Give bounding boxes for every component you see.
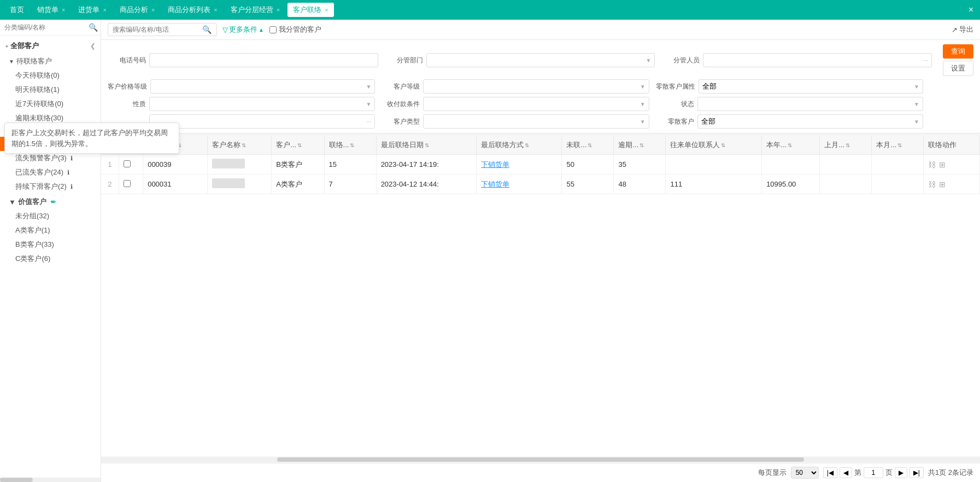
- my-customers-checkbox[interactable]: [269, 26, 277, 33]
- contact-sort-icon: ⇅: [350, 142, 354, 148]
- name-col-header[interactable]: 客户名称⇅: [207, 136, 272, 155]
- sidebar-a-class[interactable]: A类客户(1): [0, 223, 101, 237]
- sidebar-search-input[interactable]: [4, 24, 86, 31]
- nav-purchase-order[interactable]: 进货单 ×: [73, 3, 112, 17]
- sidebar-value-customer-group[interactable]: ▼ 价值客户 ✏: [0, 194, 101, 209]
- main-search-box[interactable]: 🔍: [108, 23, 217, 36]
- close-customer-segmentation-icon[interactable]: ×: [277, 7, 280, 13]
- sidebar-7days-pending[interactable]: 近7天待联络(0): [0, 97, 101, 111]
- edit-icon[interactable]: ✏: [51, 199, 56, 206]
- more-input[interactable]: ···: [149, 114, 375, 129]
- nav-product-analysis[interactable]: 商品分析 ×: [114, 3, 160, 17]
- row2-type: A类客户: [272, 175, 324, 194]
- nav-home[interactable]: 首页: [4, 3, 30, 17]
- filter-row-3: 性质 ▼ 收付款条件 ▼ 状态 ▼: [108, 97, 973, 111]
- main-search-icon[interactable]: 🔍: [202, 25, 212, 34]
- manager-input[interactable]: ···: [703, 53, 932, 67]
- manager-more-icon[interactable]: ···: [923, 57, 928, 63]
- per-page-select[interactable]: 50 100 200: [791, 467, 819, 479]
- row1-grid-icon[interactable]: ⊞: [939, 160, 946, 169]
- customer-table: ⚙ 客户编码⇅ 客户名称⇅ 客户...⇅ 联络...⇅ 最后联络日期⇅ 最后联络…: [101, 136, 980, 194]
- query-btn[interactable]: 查询: [943, 44, 973, 59]
- row2-link-icon[interactable]: ⛓: [928, 180, 936, 189]
- row1-checkbox[interactable]: [119, 155, 143, 175]
- nav-sales-order[interactable]: 销货单 ×: [32, 3, 71, 17]
- next-page-btn[interactable]: ▶: [895, 467, 907, 478]
- sidebar-today-pending[interactable]: 今天待联络(0): [0, 68, 101, 83]
- sidebar-pending-contact-group[interactable]: ▼ 待联络客户: [0, 54, 101, 68]
- sidebar-search-icon[interactable]: 🔍: [89, 23, 98, 32]
- sidebar-tomorrow-pending[interactable]: 明天待联络(1): [0, 83, 101, 97]
- row2-select[interactable]: [124, 180, 131, 187]
- row2-idx: 2: [101, 175, 119, 194]
- nav-customer-segmentation[interactable]: 客户分层经营 ×: [225, 3, 285, 17]
- export-btn[interactable]: ↗ 导出: [952, 25, 973, 34]
- sidebar-already-lost[interactable]: 已流失客户(24) ℹ: [0, 165, 101, 179]
- more-conditions-btn[interactable]: ▽ 更多条件 ▲: [222, 25, 264, 34]
- customer-level-input[interactable]: ▼: [423, 79, 649, 94]
- nav-customer-contact[interactable]: 客户联络 ×: [287, 3, 333, 17]
- sidebar-continuous-down[interactable]: 持续下滑客户(2) ℹ: [0, 179, 101, 194]
- close-product-analysis-icon[interactable]: ×: [151, 7, 155, 13]
- sidebar-all-customers[interactable]: ▪ 全部客户 ❮: [0, 38, 101, 54]
- last-contact-method-col-header[interactable]: 最后联络方式⇅: [477, 136, 562, 155]
- overdue-col-header[interactable]: 逾期...⇅: [614, 136, 666, 155]
- this-month-col-header[interactable]: 本月...⇅: [872, 136, 924, 155]
- price-level-input[interactable]: ▼: [150, 79, 375, 94]
- customer-type-input[interactable]: ▼: [423, 114, 649, 129]
- close-purchase-order-icon[interactable]: ×: [103, 7, 106, 13]
- sidebar-b-class[interactable]: B类客户(33): [0, 237, 101, 252]
- horizontal-scrollbar[interactable]: [101, 457, 980, 462]
- customer-level-label: 客户等级: [382, 82, 420, 91]
- sidebar-scroll[interactable]: [0, 478, 101, 482]
- contacts-col-header[interactable]: 往来单位联系人⇅: [666, 136, 762, 155]
- last-contact-date-col-header[interactable]: 最后联络日期⇅: [376, 136, 476, 155]
- scatter-attr-input[interactable]: 全部 ▼: [699, 79, 923, 94]
- close-sales-order-icon[interactable]: ×: [62, 7, 65, 13]
- my-customers-checkbox-area[interactable]: 我分管的客户: [269, 25, 321, 34]
- row2-not-contacted: 55: [562, 175, 614, 194]
- row1-last-method[interactable]: 下销货单: [477, 155, 562, 175]
- nature-input[interactable]: ▼: [149, 97, 375, 111]
- close-customer-contact-icon[interactable]: ×: [325, 7, 328, 13]
- payment-input[interactable]: ▼: [423, 97, 649, 111]
- table-row: 2 000031 A类客户 7 2023-04-12 14:44: 下销货单 5…: [101, 175, 980, 194]
- sidebar-c-class[interactable]: C类客户(6): [0, 252, 101, 266]
- scatter-attr-field: 零散客户属性 全部 ▼: [656, 79, 923, 94]
- row1-select[interactable]: [124, 160, 131, 167]
- row1-link-icon[interactable]: ⛓: [928, 160, 936, 169]
- last-page-btn[interactable]: ▶|: [909, 467, 924, 478]
- contact-col-header[interactable]: 联络...⇅: [324, 136, 376, 155]
- more-dots-icon[interactable]: ···: [366, 118, 371, 125]
- total-records-label: 共1页 2条记录: [928, 468, 973, 478]
- row2-last-method[interactable]: 下销货单: [477, 175, 562, 194]
- sidebar-content: ▪ 全部客户 ❮ ▼ 待联络客户 今天待联络(0) 明天待联络(1) 近7天待联…: [0, 36, 101, 478]
- row2-grid-icon[interactable]: ⊞: [939, 180, 946, 189]
- this-year-col-header[interactable]: 本年...⇅: [762, 136, 820, 155]
- not-contacted-col-header[interactable]: 未联...⇅: [562, 136, 614, 155]
- sidebar-unclassified[interactable]: 未分组(32): [0, 209, 101, 223]
- row2-checkbox[interactable]: [119, 175, 143, 194]
- page-number-input[interactable]: [864, 467, 883, 478]
- row1-name: [207, 155, 272, 175]
- last-month-col-header[interactable]: 上月...⇅: [820, 136, 872, 155]
- sidebar-search-box[interactable]: 🔍: [0, 20, 101, 36]
- close-product-analysis-list-icon[interactable]: ×: [214, 7, 217, 13]
- prev-page-btn[interactable]: ◀: [840, 467, 852, 478]
- nav-product-analysis-list[interactable]: 商品分析列表 ×: [162, 3, 222, 17]
- status-input[interactable]: ▼: [697, 97, 923, 111]
- filter-actions: 查询 设置: [943, 44, 973, 76]
- customer-type-col-header[interactable]: 客户...⇅: [272, 136, 324, 155]
- sidebar-collapse-arrow[interactable]: ❮: [90, 43, 95, 50]
- settings-btn[interactable]: 设置: [943, 61, 973, 76]
- scatter-customer-input[interactable]: 全部 ▼: [697, 114, 923, 129]
- row2-actions: ⛓ ⊞: [924, 175, 980, 194]
- main-search-input[interactable]: [113, 26, 200, 33]
- dept-input[interactable]: ▼: [426, 53, 655, 67]
- status-arrow-icon: ▼: [914, 101, 919, 107]
- phone-input[interactable]: [149, 53, 378, 67]
- close-all-tabs-icon[interactable]: ×: [969, 5, 973, 15]
- dept-arrow-icon: ▼: [645, 57, 651, 63]
- first-page-btn[interactable]: |◀: [823, 467, 837, 478]
- horizontal-scrollbar-thumb[interactable]: [277, 457, 805, 462]
